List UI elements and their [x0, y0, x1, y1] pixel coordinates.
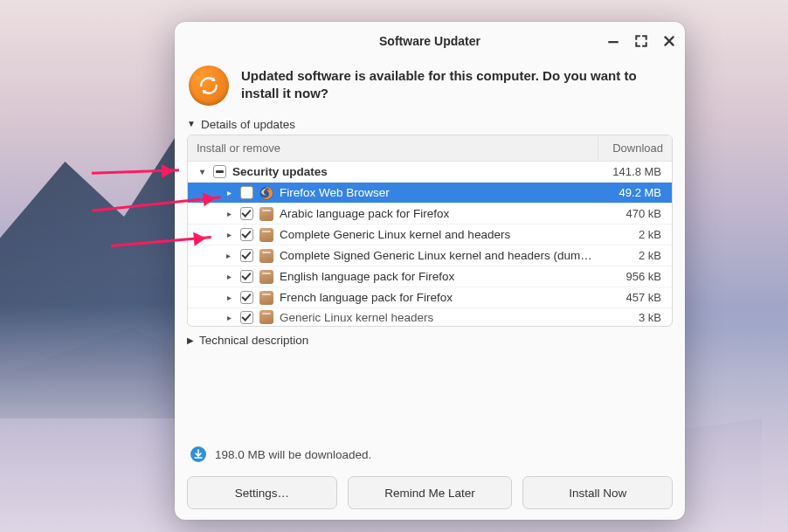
list-header: Install or remove Download — [188, 135, 672, 162]
package-icon — [259, 249, 273, 263]
chevron-right-icon[interactable]: ▸ — [224, 188, 234, 197]
updater-window: Software Updater Updated software is a — [175, 22, 685, 520]
update-row[interactable]: ▸Complete Signed Generic Linux kernel an… — [188, 245, 672, 266]
update-size: 49.2 MB — [598, 186, 672, 199]
technical-disclosure[interactable]: ▶ Technical description — [187, 327, 673, 347]
update-label: Arabic language pack for Firefox — [280, 207, 449, 220]
update-size: 956 kB — [598, 270, 672, 283]
update-label: Generic Linux kernel headers — [280, 311, 433, 324]
checkbox-checked[interactable] — [240, 228, 253, 241]
package-icon — [259, 207, 273, 221]
install-now-button[interactable]: Install Now — [522, 476, 673, 509]
group-size: 141.8 MB — [598, 165, 672, 178]
chevron-right-icon[interactable]: ▸ — [224, 272, 234, 281]
checkbox-checked[interactable] — [240, 291, 253, 304]
close-button[interactable] — [662, 34, 676, 48]
checkbox-checked[interactable] — [240, 249, 253, 262]
package-icon — [259, 228, 273, 242]
update-row[interactable]: ▸Firefox Web Browser49.2 MB — [188, 183, 672, 204]
updates-list: Install or remove Download ▾ Security up… — [187, 135, 673, 327]
updates-available-icon — [189, 66, 229, 106]
update-label: Complete Signed Generic Linux kernel and… — [280, 249, 598, 262]
update-row[interactable]: ▸Generic Linux kernel headers3 kB — [188, 308, 672, 326]
update-row[interactable]: ▸Arabic language pack for Firefox470 kB — [188, 204, 672, 225]
details-disclosure[interactable]: ▼ Details of updates — [187, 113, 673, 135]
chevron-right-icon[interactable]: ▸ — [224, 230, 234, 239]
titlebar: Software Updater — [175, 22, 685, 60]
update-label: Firefox Web Browser — [280, 186, 390, 199]
update-size: 2 kB — [598, 249, 672, 262]
package-icon — [259, 291, 273, 305]
window-title: Software Updater — [379, 34, 480, 48]
checkbox-mixed[interactable] — [213, 165, 226, 178]
column-download[interactable]: Download — [598, 135, 672, 161]
update-row[interactable]: ▸French language pack for Firefox457 kB — [188, 287, 672, 308]
header-text: Updated software is available for this c… — [241, 66, 671, 103]
update-row[interactable]: ▸English language pack for Firefox956 kB — [188, 266, 672, 287]
update-size: 2 kB — [598, 228, 672, 241]
checkbox-unchecked[interactable] — [240, 186, 253, 199]
download-summary: 198.0 MB will be downloaded. — [215, 448, 371, 461]
package-icon — [259, 310, 273, 324]
chevron-right-icon[interactable]: ▸ — [224, 293, 234, 302]
update-label: Complete Generic Linux kernel and header… — [280, 228, 510, 241]
checkbox-checked[interactable] — [240, 270, 253, 283]
remind-later-button[interactable]: Remind Me Later — [348, 476, 513, 509]
checkbox-checked[interactable] — [240, 207, 253, 220]
details-label: Details of updates — [201, 118, 295, 131]
settings-button[interactable]: Settings… — [187, 476, 337, 509]
checkbox-checked[interactable] — [240, 311, 253, 324]
technical-label: Technical description — [199, 334, 308, 347]
minimize-button[interactable] — [606, 34, 620, 48]
header-row: Updated software is available for this c… — [187, 60, 673, 113]
update-label: French language pack for Firefox — [280, 291, 453, 304]
chevron-right-icon: ▶ — [187, 335, 194, 345]
chevron-right-icon[interactable]: ▸ — [224, 313, 234, 322]
update-size: 3 kB — [598, 311, 672, 324]
download-icon — [190, 446, 206, 462]
update-row[interactable]: ▸Complete Generic Linux kernel and heade… — [188, 225, 672, 245]
chevron-right-icon[interactable]: ▸ — [224, 251, 234, 260]
download-summary-row: 198.0 MB will be downloaded. — [187, 439, 673, 474]
column-install[interactable]: Install or remove — [188, 135, 598, 161]
chevron-right-icon[interactable]: ▸ — [224, 209, 234, 218]
chevron-down-icon[interactable]: ▾ — [197, 167, 207, 176]
update-size: 470 kB — [598, 207, 672, 220]
group-security-updates[interactable]: ▾ Security updates 141.8 MB — [188, 162, 672, 183]
package-icon — [259, 270, 273, 284]
update-label: English language pack for Firefox — [280, 270, 454, 283]
svg-rect-0 — [608, 41, 618, 43]
group-title: Security updates — [232, 165, 328, 178]
chevron-down-icon: ▼ — [187, 119, 196, 128]
update-size: 457 kB — [598, 291, 672, 304]
maximize-button[interactable] — [634, 34, 648, 48]
